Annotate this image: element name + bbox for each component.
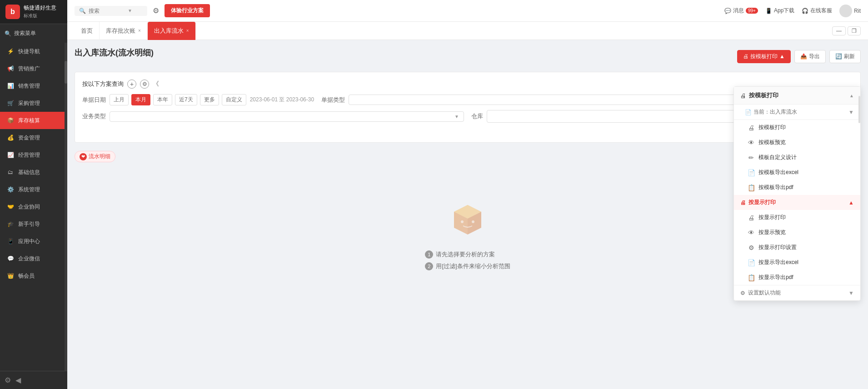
sidebar-item-purchase[interactable]: 🛒 采购管理 <box>0 95 65 112</box>
date-btn-last-7[interactable]: 近7天 <box>175 94 197 105</box>
filter-tag-label: 流水明细 <box>89 153 110 160</box>
topbar-gear-icon[interactable]: ⚙ <box>153 6 159 15</box>
print-label: 按模板打印 <box>750 53 778 60</box>
current-icon: 📄 <box>745 109 752 115</box>
footer-icon: ⚙ <box>740 290 745 296</box>
date-btn-more[interactable]: 更多 <box>200 94 219 105</box>
biz-type-field: 业务类型 ▼ <box>82 111 464 122</box>
topbar-search-input[interactable] <box>89 8 125 14</box>
sidebar-settings-icon[interactable]: ⚙ <box>5 376 11 384</box>
sidebar-search-area: 🔍 搜索菜单 <box>0 24 67 43</box>
inventory-icon: 📦 <box>6 116 15 125</box>
dropdown-item-display-print[interactable]: 🖨 按显示打印 <box>734 210 860 225</box>
display-preview-icon: 👁 <box>748 229 755 236</box>
biz-type-label: 业务类型 <box>82 112 106 120</box>
dropdown-panel: 🖨 按模板打印 ▲ 📄 当前：出入库流水 ▼ 🖨 按模板打印 <box>733 86 861 301</box>
sidebar-item-marketing[interactable]: 📢 营销推广 <box>0 60 65 77</box>
dropdown-footer[interactable]: ⚙ 设置默认功能 ▼ <box>734 285 860 300</box>
base-icon: 🗂 <box>6 168 15 176</box>
tabs-close-all-btn[interactable]: — <box>832 26 846 35</box>
template-print-icon: 🖨 <box>748 124 755 131</box>
sidebar-item-collab[interactable]: 🤝 企业协同 <box>0 198 65 215</box>
dropdown-item-template-pdf[interactable]: 📋 按模板导出pdf <box>734 180 860 195</box>
sidebar-item-operations[interactable]: 📈 经营管理 <box>0 146 65 164</box>
sidebar-item-guide[interactable]: 🎓 新手引导 <box>0 215 65 233</box>
empty-step-1: 1 请先选择要分析的方案 <box>425 250 510 259</box>
app-download-btn[interactable]: 📱 App下载 <box>765 7 794 15</box>
date-btn-this-year[interactable]: 本年 <box>153 94 172 105</box>
user-name: Rit <box>854 8 861 14</box>
print-btn[interactable]: 🖨 按模板打印 ▲ <box>737 50 791 63</box>
display-section-title: 按显示打印 <box>748 199 776 206</box>
sidebar-item-label: 快捷导航 <box>18 48 40 55</box>
sidebar-collapse-icon[interactable]: ◀ <box>15 376 21 384</box>
logo-sub: 标准版 <box>24 13 56 19</box>
member-icon: 👑 <box>6 272 15 280</box>
print-chevron: ▲ <box>779 53 785 60</box>
export-btn[interactable]: 📤 导出 <box>794 50 826 63</box>
wechat-icon: 💬 <box>6 254 15 263</box>
service-icon: 🎧 <box>802 8 808 14</box>
date-range-text: 2023-06-01 至 2023-06-30 <box>250 96 314 104</box>
tab-flow-label: 出入库流水 <box>154 27 184 35</box>
topbar-search[interactable]: 🔍 ▼ <box>75 6 147 16</box>
dropdown-item-template-print[interactable]: 🖨 按模板打印 <box>734 120 860 135</box>
trial-btn[interactable]: 体验行业方案 <box>165 4 210 17</box>
tab-flow-close[interactable]: × <box>186 28 189 33</box>
dropdown-print-icon: 🖨 <box>740 92 746 99</box>
topbar-actions: 💬 消息 99+ 📱 App下载 🎧 在线客服 Rit <box>724 5 861 17</box>
dropdown-header-title: 按模板打印 <box>749 91 778 100</box>
tab-home[interactable]: 首页 <box>75 22 100 40</box>
dropdown-item-template-custom[interactable]: ✏ 模板自定义设计 <box>734 150 860 165</box>
date-btn-custom[interactable]: 自定义 <box>222 94 246 105</box>
sidebar-item-label: 应用中心 <box>18 238 40 245</box>
tab-batch-close[interactable]: × <box>138 28 141 33</box>
dropdown-item-display-preview[interactable]: 👁 按显示预览 <box>734 225 860 240</box>
date-btn-this-month[interactable]: 本月 <box>131 94 150 105</box>
template-pdf-icon: 📋 <box>748 184 755 191</box>
dropdown-item-template-preview[interactable]: 👁 按模板预览 <box>734 135 860 150</box>
dropdown-item-display-settings[interactable]: ⚙ 按显示打印设置 <box>734 240 860 255</box>
export-label: 导出 <box>809 53 820 60</box>
biz-type-select[interactable]: ▼ <box>110 111 464 122</box>
app-download-icon: 📱 <box>765 8 772 14</box>
topbar: 🔍 ▼ ⚙ 体验行业方案 💬 消息 99+ 📱 App下载 🎧 <box>67 0 868 22</box>
message-btn[interactable]: 💬 消息 99+ <box>724 7 758 15</box>
page-header-actions: 🖨 按模板打印 ▲ 📤 导出 🔄 刷新 <box>737 50 861 63</box>
sidebar-item-inventory[interactable]: 📦 库存核算 <box>0 112 65 129</box>
dropdown-item-template-excel[interactable]: 📄 按模板导出excel <box>734 165 860 180</box>
search-settings-btn[interactable]: ⚙ <box>140 80 149 89</box>
sidebar-item-shortcut[interactable]: ⚡ 快捷导航 <box>0 43 65 60</box>
search-menu-btn[interactable]: 🔍 搜索菜单 <box>5 28 63 39</box>
app-download-label: App下载 <box>774 7 794 15</box>
tabs-restore-btn[interactable]: ❐ <box>848 26 861 35</box>
display-pdf-icon: 📋 <box>748 274 755 281</box>
footer-label: 设置默认功能 <box>748 289 781 297</box>
dropdown-header-chevron: ▲ <box>849 93 854 98</box>
dropdown-item-display-pdf[interactable]: 📋 按显示导出pdf <box>734 270 860 285</box>
sidebar-item-system[interactable]: ⚙️ 系统管理 <box>0 181 65 198</box>
template-custom-icon: ✏ <box>748 154 755 161</box>
sidebar-item-label: 新手引导 <box>18 220 40 228</box>
footer-content: ⚙ 设置默认功能 <box>740 289 781 297</box>
sidebar-item-base[interactable]: 🗂 基础信息 <box>0 164 65 181</box>
sidebar-item-member[interactable]: 👑 畅会员 <box>0 267 65 284</box>
refresh-btn[interactable]: 🔄 刷新 <box>829 50 861 63</box>
date-btn-last-month[interactable]: 上月 <box>110 94 129 105</box>
sidebar-item-appcenter[interactable]: 📱 应用中心 <box>0 233 65 250</box>
search-collapse-btn[interactable]: 《 <box>153 80 159 88</box>
sidebar-item-wechat[interactable]: 💬 企业微信 <box>0 250 65 267</box>
search-icon: 🔍 <box>5 30 11 37</box>
sidebar-item-sales[interactable]: 📊 销售管理 <box>0 77 65 95</box>
tab-flow[interactable]: 出入库流水 × <box>148 22 196 40</box>
guide-icon: 🎓 <box>6 220 15 228</box>
sidebar-item-finance[interactable]: 💰 资金管理 <box>0 129 65 146</box>
tab-batch[interactable]: 库存批次账 × <box>100 22 148 40</box>
dropdown-section-display[interactable]: 🖨 按显示打印 ▲ <box>734 195 860 210</box>
user-area[interactable]: Rit <box>839 5 861 17</box>
online-service-btn[interactable]: 🎧 在线客服 <box>802 7 832 15</box>
filter-tag-flow[interactable]: ❤ 流水明细 <box>75 151 115 162</box>
search-add-btn[interactable]: + <box>127 80 136 89</box>
dropdown-item-display-excel[interactable]: 📄 按显示导出excel <box>734 255 860 270</box>
footer-chevron: ▼ <box>848 290 854 296</box>
